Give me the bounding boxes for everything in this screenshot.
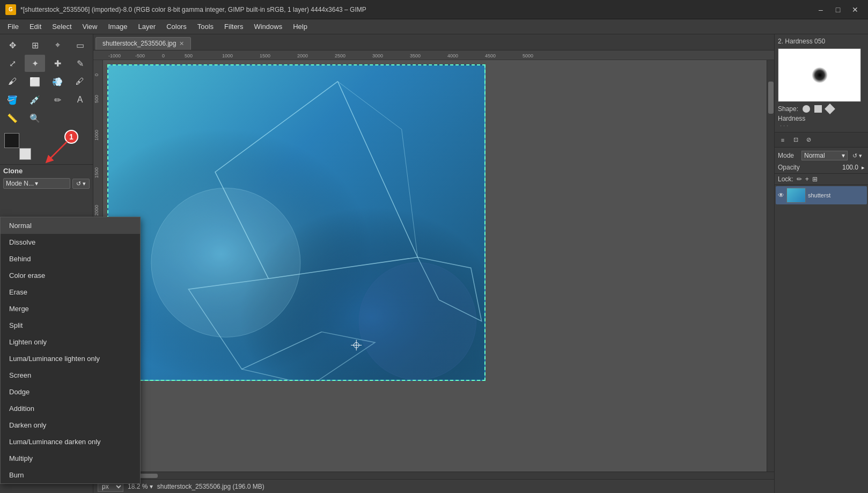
dropdown-item-dodge[interactable]: Dodge	[1, 384, 140, 400]
dropdown-item-multiply[interactable]: Multiply	[1, 450, 140, 467]
reset-button[interactable]: ↺ ▾	[72, 179, 90, 189]
dropdown-item-screen[interactable]: Screen	[1, 367, 140, 384]
layer-list: 👁 shutterst	[775, 185, 868, 493]
svg-text:3500: 3500	[410, 53, 421, 58]
svg-text:1500: 1500	[260, 53, 270, 58]
dropdown-item-color-erase[interactable]: Color erase	[1, 267, 140, 284]
dropdown-item-burn[interactable]: Burn	[1, 467, 140, 483]
channels-panel-btn[interactable]: ⊡	[790, 134, 801, 146]
shape-square-option[interactable]	[814, 105, 822, 113]
menu-image[interactable]: Image	[102, 20, 133, 33]
app-icon: G	[5, 4, 16, 15]
airbrush-tool-button[interactable]: 💨	[47, 73, 68, 90]
layers-mode-select[interactable]: Normal ▾	[801, 151, 848, 160]
zoom-tool-button[interactable]: 🔍	[25, 109, 45, 127]
dropdown-item-erase[interactable]: Erase	[1, 284, 140, 300]
maximize-button[interactable]: □	[830, 4, 845, 16]
lock-plus-icon[interactable]: +	[805, 175, 809, 183]
title-bar: G *[shutterstock_2535506] (imported)-8.0…	[0, 0, 868, 19]
dropdown-item-darken-only[interactable]: Darken only	[1, 417, 140, 433]
paintbrush-tool-button[interactable]: 🖌	[2, 73, 23, 90]
paths-panel-btn[interactable]: ⊘	[803, 134, 814, 146]
mode-row: Mode N... ▾ ↺ ▾	[3, 178, 90, 189]
menu-colors[interactable]: Colors	[161, 20, 192, 33]
canvas-tab-close[interactable]: ✕	[179, 40, 184, 47]
rect-select-button[interactable]: ▭	[70, 36, 90, 54]
dropdown-item-behind[interactable]: Behind	[1, 251, 140, 267]
shape-row: Shape:	[778, 105, 865, 113]
svg-text:2500: 2500	[335, 53, 345, 58]
layers-panel-btn[interactable]: ≡	[777, 134, 789, 146]
svg-text:-1000: -1000	[108, 53, 121, 58]
background-color-swatch[interactable]	[19, 148, 31, 160]
brush-title: 2. Hardness 050	[778, 38, 865, 45]
menu-layer[interactable]: Layer	[133, 20, 161, 33]
vertical-scrollbar[interactable]	[767, 60, 774, 472]
opacity-value: 100.0	[842, 164, 858, 171]
menu-tools[interactable]: Tools	[192, 20, 219, 33]
fill-tool-button[interactable]: 🪣	[2, 91, 23, 108]
brush-panel: 2. Hardness 050 Shape: Hardness · · ·	[775, 34, 868, 133]
pencil-tool-button[interactable]: ✎	[70, 55, 90, 72]
transform-tool-button[interactable]: ⤢	[2, 55, 23, 72]
svg-text:2000: 2000	[297, 53, 308, 58]
horizontal-scrollbar[interactable]	[93, 472, 774, 479]
heal-tool-button[interactable]: ✚	[47, 55, 68, 72]
canvas-image[interactable]	[107, 64, 486, 381]
dropdown-item-dissolve[interactable]: Dissolve	[1, 234, 140, 251]
menu-windows[interactable]: Windows	[248, 20, 288, 33]
menu-select[interactable]: Select	[47, 20, 77, 33]
lock-pen-icon[interactable]: ✏	[797, 175, 802, 183]
eyedropper-tool-button[interactable]: 💉	[25, 91, 45, 108]
svg-text:3000: 3000	[372, 53, 383, 58]
dropdown-item-lighten-only[interactable]: Lighten only	[1, 334, 140, 350]
minimize-button[interactable]: –	[813, 4, 828, 16]
lock-row: Lock: ✏ + ⊞	[775, 174, 868, 185]
dropdown-item-merge[interactable]: Merge	[1, 300, 140, 317]
shape-circle-option[interactable]	[803, 105, 810, 113]
hardness-dots: · · ·	[778, 122, 865, 129]
layer-item[interactable]: 👁 shutterst	[776, 186, 867, 204]
ink-tool-button[interactable]: 🖋	[70, 73, 90, 90]
svg-text:1000: 1000	[222, 53, 233, 58]
eraser-tool-button[interactable]: ⬜	[25, 73, 45, 90]
svg-point-25	[151, 188, 300, 337]
opacity-row: Opacity 100.0 ▸	[778, 164, 865, 171]
menu-filters[interactable]: Filters	[219, 20, 248, 33]
dropdown-item-split[interactable]: Split	[1, 317, 140, 334]
svg-text:1500: 1500	[94, 167, 99, 178]
layer-name-label: shutterst	[808, 192, 865, 198]
menu-view[interactable]: View	[77, 20, 103, 33]
canvas-inner[interactable]	[103, 60, 767, 472]
right-panel: 2. Hardness 050 Shape: Hardness · · · ≡ …	[774, 34, 868, 493]
foreground-color-swatch[interactable]	[4, 133, 19, 148]
alignment-tool-button[interactable]: ⊞	[25, 36, 45, 54]
layers-reset-btn[interactable]: ↺ ▾	[850, 150, 865, 161]
horizontal-ruler: -1000 -500 0 500 1000 1500 2000 2500 300…	[93, 50, 774, 60]
text-tool-button[interactable]: A	[70, 91, 90, 108]
layer-visibility-icon[interactable]: 👁	[778, 192, 784, 199]
canvas-tab[interactable]: shutterstock_2535506.jpg ✕	[95, 37, 191, 50]
brush-circle-preview	[812, 67, 828, 83]
measure-tool-button[interactable]: 📏	[2, 109, 23, 127]
menu-file[interactable]: File	[2, 20, 24, 33]
svg-text:4000: 4000	[447, 53, 458, 58]
dropdown-item-luma-darken[interactable]: Luma/Luminance darken only	[1, 433, 140, 450]
opacity-label: Opacity	[778, 164, 805, 171]
layer-thumbnail	[786, 188, 806, 203]
mode-dropdown-button[interactable]: Mode N... ▾	[3, 178, 70, 189]
menu-edit[interactable]: Edit	[24, 20, 47, 33]
close-button[interactable]: ✕	[848, 4, 863, 16]
dropdown-item-addition[interactable]: Addition	[1, 400, 140, 417]
lock-label: Lock:	[778, 175, 793, 183]
layers-mode-row: Mode Normal ▾ ↺ ▾	[778, 150, 865, 161]
clone-tool-button[interactable]: ✦	[25, 55, 45, 72]
lock-grid-icon[interactable]: ⊞	[812, 175, 818, 183]
move-tool-button[interactable]: ✥	[2, 36, 23, 54]
paths-tool-button[interactable]: ✏	[47, 91, 68, 108]
dropdown-item-normal[interactable]: Normal	[1, 217, 140, 234]
free-select-button[interactable]: ⌖	[47, 36, 68, 54]
dropdown-item-luma-lighten[interactable]: Luma/Luminance lighten only	[1, 350, 140, 367]
shape-diamond-option[interactable]	[825, 104, 835, 114]
menu-help[interactable]: Help	[288, 20, 313, 33]
